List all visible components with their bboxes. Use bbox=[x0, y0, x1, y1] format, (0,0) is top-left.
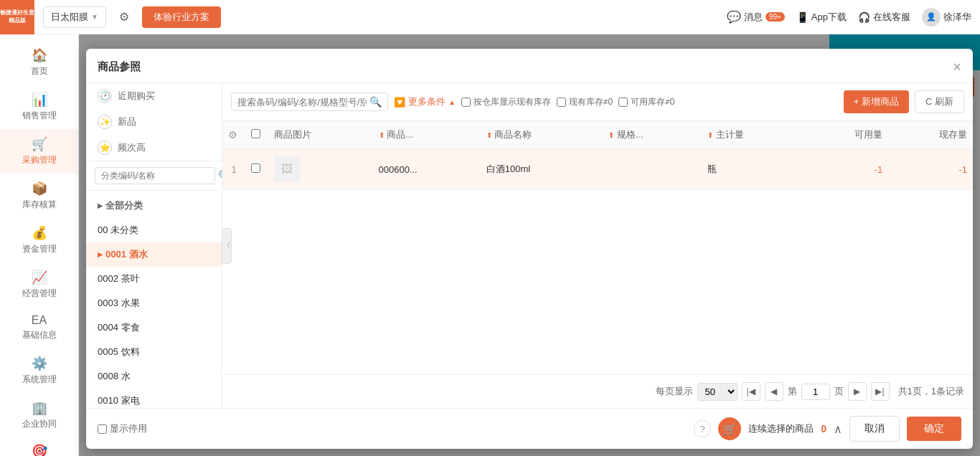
fold-icon[interactable]: ∧ bbox=[834, 422, 842, 436]
cancel-button[interactable]: 取消 bbox=[849, 416, 900, 442]
sidebar-item-operations[interactable]: 📈 经营管理 bbox=[0, 262, 78, 307]
col-settings[interactable]: ⚙ bbox=[222, 121, 245, 149]
refresh-button[interactable]: C 刷新 bbox=[915, 90, 964, 113]
modal-close-button[interactable]: × bbox=[953, 59, 961, 75]
col-spec[interactable]: ⬆ 规格... bbox=[603, 121, 702, 149]
per-page-label: 每页显示 bbox=[656, 385, 693, 398]
sidebar-item-purchase[interactable]: 🛒 采购管理 bbox=[0, 129, 78, 174]
row-checkbox-cell[interactable] bbox=[245, 149, 268, 190]
layout: 🏠 首页 📊 销售管理 🛒 采购管理 📦 库存核算 💰 资金管理 📈 经营管理 … bbox=[0, 34, 980, 456]
sidebar-item-basics[interactable]: EA 基础信息 bbox=[0, 307, 78, 348]
row-name: 白酒100ml bbox=[481, 149, 603, 190]
modal-footer: 显示停用 ? 🛒 连续选择的商品 0 ∧ 取消 确定 bbox=[86, 408, 973, 449]
category-0010[interactable]: 0010 家电 bbox=[86, 389, 222, 408]
col-unit[interactable]: ⬆ 主计量 bbox=[702, 121, 804, 149]
quick-nav: 🕐 近期购买 ✨ 新品 ⭐ 频次高 bbox=[86, 83, 222, 161]
sidebar-item-home[interactable]: 🏠 首页 bbox=[0, 40, 78, 85]
warehouse-checkbox-label[interactable]: 按仓库显示现有库存 bbox=[461, 96, 551, 108]
product-reference-modal: 商品参照 × 🕐 近期购买 ✨ 新品 bbox=[86, 49, 973, 449]
col-available[interactable]: 可用量 bbox=[804, 121, 889, 149]
sort-icon: ⬆ bbox=[379, 131, 385, 139]
col-code[interactable]: ⬆ 商品... bbox=[373, 121, 481, 149]
product-search-input[interactable] bbox=[237, 97, 367, 108]
category-0001[interactable]: ▶ 0001 酒水 bbox=[86, 242, 222, 267]
per-page-select[interactable]: 50 100 200 bbox=[697, 383, 738, 401]
user-profile[interactable]: 👤 徐泽华 bbox=[922, 8, 971, 27]
headset-icon: 🎧 bbox=[858, 11, 870, 23]
available-stock-checkbox[interactable] bbox=[618, 98, 628, 107]
navbar: 畅捷通好生意 精品版 日太阳膜 ▼ ⚙ 体验行业方案 💬 消息 99+ 📱 Ap… bbox=[0, 0, 980, 34]
show-disabled-checkbox[interactable] bbox=[98, 424, 107, 434]
arrow-right-icon: ▶ bbox=[98, 202, 103, 209]
category-0008[interactable]: 0008 水 bbox=[86, 364, 222, 389]
page-number-input[interactable] bbox=[801, 384, 830, 400]
prev-page-button[interactable]: ◀ bbox=[765, 382, 783, 401]
category-0002[interactable]: 0002 茶叶 bbox=[86, 267, 222, 291]
new-products-item[interactable]: ✨ 新品 bbox=[86, 109, 222, 135]
sidebar-item-enterprise[interactable]: 🏢 企业协同 bbox=[0, 393, 78, 437]
row-available: -1 bbox=[804, 149, 889, 190]
category-0004[interactable]: 0004 零食 bbox=[86, 315, 222, 340]
store-dropdown[interactable]: 日太阳膜 ▼ bbox=[43, 6, 106, 28]
operations-icon: 📈 bbox=[32, 270, 47, 285]
row-unit: 瓶 bbox=[702, 149, 804, 190]
current-stock-checkbox-label[interactable]: 现有库存≠0 bbox=[557, 96, 613, 108]
row-index: 1 bbox=[222, 149, 245, 190]
frequent-items[interactable]: ⭐ 频次高 bbox=[86, 135, 222, 161]
sidebar-item-finance[interactable]: 💰 资金管理 bbox=[0, 218, 78, 262]
collapse-panel-button[interactable]: 《 bbox=[222, 228, 232, 264]
sidebar: 🏠 首页 📊 销售管理 🛒 采购管理 📦 库存核算 💰 资金管理 📈 经营管理 … bbox=[0, 34, 79, 456]
more-filter-button[interactable]: 🔽 更多条件 ▲ bbox=[394, 95, 456, 108]
sidebar-item-inventory[interactable]: 📦 库存核算 bbox=[0, 174, 78, 218]
cart-label: 连续选择的商品 bbox=[748, 422, 814, 435]
select-all-checkbox[interactable] bbox=[251, 129, 260, 138]
col-image: 商品图片 bbox=[268, 121, 373, 149]
category-search-input[interactable] bbox=[95, 167, 215, 184]
pagination-bar: 每页显示 50 100 200 |◀ ◀ 第 页 ▶ ▶| 共1页，1 bbox=[222, 374, 973, 408]
messages-item[interactable]: 💬 消息 99+ bbox=[727, 10, 785, 24]
gear-icon[interactable]: ⚙ bbox=[113, 6, 135, 28]
first-page-button[interactable]: |◀ bbox=[742, 382, 760, 401]
show-disabled-label[interactable]: 显示停用 bbox=[98, 422, 147, 435]
star-new-icon: ✨ bbox=[98, 115, 112, 129]
sidebar-item-sales[interactable]: 📊 销售管理 bbox=[0, 85, 78, 129]
footer-right: ? 🛒 连续选择的商品 0 ∧ 取消 确定 bbox=[694, 416, 961, 442]
home-icon: 🏠 bbox=[32, 47, 47, 63]
cart-count: 0 bbox=[821, 423, 826, 434]
avatar: 👤 bbox=[922, 8, 941, 27]
help-button[interactable]: ? bbox=[694, 420, 711, 437]
online-service-item[interactable]: 🎧 在线客服 bbox=[858, 11, 910, 24]
row-spec bbox=[603, 149, 702, 190]
confirm-button[interactable]: 确定 bbox=[907, 417, 961, 441]
col-checkbox[interactable] bbox=[245, 121, 268, 149]
page-suffix: 页 bbox=[834, 385, 844, 398]
inventory-icon: 📦 bbox=[32, 181, 47, 196]
modal-title: 商品参照 bbox=[98, 60, 141, 74]
next-page-button[interactable]: ▶ bbox=[848, 382, 867, 401]
search-icon[interactable]: 🔍 bbox=[369, 96, 382, 108]
row-checkbox[interactable] bbox=[251, 163, 260, 173]
phone-icon: 📱 bbox=[796, 11, 809, 23]
total-info: 共1页，1条记录 bbox=[898, 385, 964, 398]
last-page-button[interactable]: ▶| bbox=[871, 382, 890, 401]
row-stock: -1 bbox=[888, 149, 973, 190]
col-name[interactable]: ⬆ 商品名称 bbox=[481, 121, 603, 149]
category-0005[interactable]: 0005 饮料 bbox=[86, 340, 222, 364]
add-product-button[interactable]: + 新增商品 bbox=[844, 90, 909, 113]
message-icon: 💬 bbox=[727, 10, 741, 24]
current-stock-checkbox[interactable] bbox=[557, 98, 566, 107]
table-row[interactable]: 1 🖼 000600... 白酒100ml bbox=[222, 149, 973, 190]
category-0003[interactable]: 0003 水果 bbox=[86, 291, 222, 315]
warehouse-checkbox[interactable] bbox=[461, 98, 471, 107]
recent-purchases-item[interactable]: 🕐 近期购买 bbox=[86, 83, 222, 109]
category-all[interactable]: ▶ 全部分类 bbox=[86, 194, 222, 218]
sidebar-item-guide[interactable]: 🎯 新手引导 bbox=[0, 437, 78, 456]
category-00[interactable]: 00 未分类 bbox=[86, 218, 222, 242]
cart-button[interactable]: 🛒 bbox=[718, 417, 741, 440]
sidebar-item-system[interactable]: ⚙️ 系统管理 bbox=[0, 348, 78, 393]
app-download-item[interactable]: 📱 App下载 bbox=[796, 11, 847, 24]
experience-button[interactable]: 体验行业方案 bbox=[142, 6, 221, 28]
page-label: 第 bbox=[788, 385, 797, 398]
available-stock-checkbox-label[interactable]: 可用库存≠0 bbox=[618, 96, 674, 108]
col-stock[interactable]: 现存量 bbox=[888, 121, 973, 149]
